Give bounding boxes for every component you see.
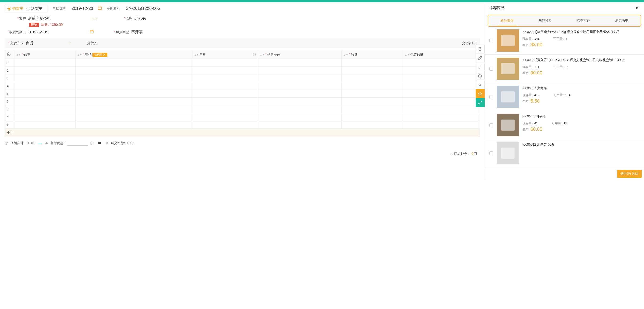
- cell[interactable]: [76, 82, 192, 90]
- info-icon[interactable]: ⓘ: [252, 53, 256, 57]
- cell[interactable]: [342, 82, 403, 90]
- cell[interactable]: [192, 74, 258, 82]
- calendar-icon[interactable]: [90, 29, 94, 35]
- cell[interactable]: [192, 59, 258, 67]
- recommend-item[interactable]: [0000012]水晶梨 50斤: [485, 139, 644, 167]
- table-row[interactable]: 6: [5, 98, 480, 105]
- money-icon[interactable]: [476, 80, 484, 89]
- cell[interactable]: [192, 98, 258, 105]
- cell[interactable]: [14, 105, 76, 113]
- selected-return-button[interactable]: 选中(0) 返回: [617, 170, 642, 178]
- cell[interactable]: [342, 113, 403, 121]
- table-row[interactable]: 5: [5, 90, 480, 98]
- item-checkbox[interactable]: [490, 151, 493, 155]
- cell[interactable]: [342, 74, 403, 82]
- recommend-tab[interactable]: 滞销推荐: [564, 15, 603, 26]
- col-qty[interactable]: ▲▼*数量: [342, 51, 403, 59]
- cell[interactable]: [14, 121, 76, 129]
- cell[interactable]: [342, 67, 403, 74]
- tab-sales-order[interactable]: 销货单: [7, 6, 24, 11]
- cell[interactable]: [76, 90, 192, 98]
- table-row[interactable]: 3: [5, 74, 480, 82]
- cell[interactable]: [14, 67, 76, 74]
- doc-date-value[interactable]: 2019-12-26: [72, 6, 93, 11]
- recommend-tab[interactable]: 浏览历史: [602, 15, 641, 26]
- cell[interactable]: [258, 74, 342, 82]
- col-price[interactable]: ▲▼单价ⓘ: [192, 51, 258, 59]
- item-checkbox[interactable]: [490, 67, 493, 71]
- col-unit[interactable]: ▲▼*销售单位: [258, 51, 342, 59]
- cell[interactable]: [76, 67, 192, 74]
- delivery-value[interactable]: 自提: [26, 41, 33, 46]
- caret-down-icon[interactable]: [68, 41, 71, 45]
- cell[interactable]: [192, 113, 258, 121]
- customer-lookup-icon[interactable]: ⋯: [93, 16, 97, 21]
- cell[interactable]: [403, 82, 480, 90]
- cell[interactable]: [14, 113, 76, 121]
- warehouse-value[interactable]: 北京仓: [134, 16, 146, 21]
- info-icon[interactable]: ⓘ: [90, 141, 94, 145]
- recommend-item[interactable]: [00000071]草莓 现存量:41 可用量:13 单价60.00: [485, 111, 644, 139]
- cell[interactable]: [14, 82, 76, 90]
- cell[interactable]: [192, 121, 258, 129]
- col-product[interactable]: ▲▼*商品扫码录入: [76, 51, 192, 59]
- cell[interactable]: [342, 121, 403, 129]
- table-row[interactable]: 8: [5, 113, 480, 121]
- table-row[interactable]: 9: [5, 121, 480, 129]
- table-row[interactable]: 2: [5, 67, 480, 74]
- cell[interactable]: [76, 121, 192, 129]
- table-row[interactable]: 4: [5, 82, 480, 90]
- cell[interactable]: [192, 67, 258, 74]
- cell[interactable]: [192, 90, 258, 98]
- cell[interactable]: [342, 90, 403, 98]
- tab-return-order[interactable]: 退货单: [26, 6, 42, 11]
- cell[interactable]: [258, 59, 342, 67]
- cell[interactable]: [14, 90, 76, 98]
- cell[interactable]: [14, 98, 76, 105]
- cell[interactable]: [342, 98, 403, 105]
- item-checkbox[interactable]: [490, 39, 493, 43]
- discount-input[interactable]: [67, 141, 88, 146]
- col-gear[interactable]: [5, 51, 14, 59]
- recommend-item[interactable]: [0000007]火龙果 现存量:410 可用量:274 单价5.50: [485, 83, 644, 111]
- cell[interactable]: [403, 74, 480, 82]
- customer-value[interactable]: 新盛商贸公司: [28, 16, 51, 21]
- cell[interactable]: [76, 98, 192, 105]
- item-checkbox[interactable]: [490, 123, 493, 127]
- col-warehouse[interactable]: ▲▼*仓库: [14, 51, 76, 59]
- cell[interactable]: [192, 82, 258, 90]
- cell[interactable]: [76, 59, 192, 67]
- cell[interactable]: [192, 105, 258, 113]
- cell[interactable]: [342, 105, 403, 113]
- cell[interactable]: [403, 113, 480, 121]
- swap-icon[interactable]: [476, 63, 484, 71]
- cell[interactable]: [403, 67, 480, 74]
- expand-icon[interactable]: [476, 98, 484, 107]
- cell[interactable]: [258, 67, 342, 74]
- invoice-value[interactable]: 不开票: [131, 30, 142, 35]
- table-row[interactable]: 7: [5, 105, 480, 113]
- cell[interactable]: [403, 59, 480, 67]
- calendar-icon[interactable]: [98, 6, 102, 11]
- note-icon[interactable]: [476, 45, 484, 54]
- cell[interactable]: [258, 90, 342, 98]
- col-pack[interactable]: ▲▼包装数量: [403, 51, 480, 59]
- cell[interactable]: [76, 105, 192, 113]
- scan-button[interactable]: 扫码录入: [92, 53, 108, 57]
- cell[interactable]: [76, 113, 192, 121]
- history-icon[interactable]: [476, 71, 484, 80]
- cell[interactable]: [403, 105, 480, 113]
- cell[interactable]: [342, 59, 403, 67]
- cell[interactable]: [14, 74, 76, 82]
- cell[interactable]: [76, 74, 192, 82]
- cell[interactable]: [258, 98, 342, 105]
- table-row[interactable]: 1: [5, 59, 480, 67]
- cell[interactable]: [403, 98, 480, 105]
- cell[interactable]: [258, 105, 342, 113]
- cell[interactable]: [403, 121, 480, 129]
- cell[interactable]: [14, 59, 76, 67]
- close-icon[interactable]: ✕: [635, 5, 639, 11]
- cell[interactable]: [258, 121, 342, 129]
- cell[interactable]: [403, 90, 480, 98]
- cell[interactable]: [258, 113, 342, 121]
